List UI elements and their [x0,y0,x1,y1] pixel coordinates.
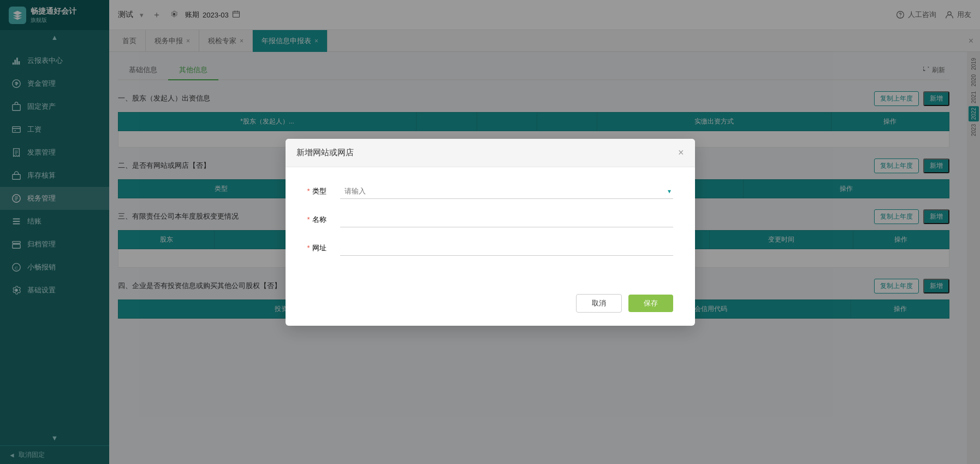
add-website-dialog: 新增网站或网店 × * 类型 ▾ [286,139,695,326]
dialog-footer: 取消 保存 [286,285,695,326]
dialog-close-button[interactable]: × [678,148,684,157]
dialog-header: 新增网站或网店 × [286,139,695,167]
type-label-group: * 类型 [307,186,340,196]
name-row: * 名称 [307,212,673,227]
url-label: 网址 [312,243,326,253]
type-label: 类型 [312,186,326,196]
form-field-type: * 类型 ▾ [307,184,673,199]
name-label: 名称 [312,215,326,225]
dialog-body: * 类型 ▾ * 名称 [286,167,695,285]
url-required-mark: * [307,244,310,252]
url-row: * 网址 [307,240,673,256]
dialog-title: 新增网站或网店 [296,148,354,158]
url-label-group: * 网址 [307,243,340,253]
name-label-group: * 名称 [307,215,340,225]
type-required-mark: * [307,187,310,195]
name-input[interactable] [340,212,673,227]
name-required-mark: * [307,215,310,224]
dialog-overlay: 新增网站或网店 × * 类型 ▾ [0,0,980,464]
form-field-url: * 网址 [307,240,673,256]
type-select-wrapper: ▾ [340,184,673,199]
cancel-button[interactable]: 取消 [576,294,622,313]
url-input[interactable] [340,240,673,256]
type-row: * 类型 ▾ [307,184,673,199]
form-field-name: * 名称 [307,212,673,227]
save-button[interactable]: 保存 [628,295,673,312]
type-input[interactable] [340,184,673,199]
